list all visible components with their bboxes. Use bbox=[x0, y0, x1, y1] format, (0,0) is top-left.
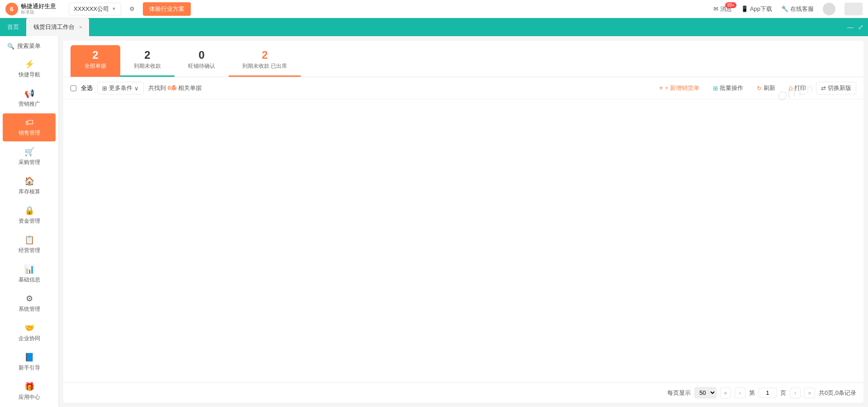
guide-icon: 📘 bbox=[24, 352, 34, 362]
sidebar-item-finance[interactable]: 🔒 资金管理 bbox=[3, 201, 56, 229]
purchase-icon: 🛒 bbox=[24, 147, 34, 157]
add-sale-btn[interactable]: + + 新增销货单 bbox=[655, 82, 703, 94]
finance-icon: 🔒 bbox=[24, 206, 34, 215]
found-text: 共找到 0条 相关单据 bbox=[148, 84, 202, 92]
quick-nav-icon: ⚡ bbox=[24, 59, 34, 69]
tab-workbench[interactable]: 钱货日清工作台 × bbox=[26, 18, 89, 36]
toolbar: 全选 ⊞ 更多条件 ∨ 共找到 0条 相关单据 + + 新增销货单 bbox=[63, 77, 863, 99]
avatar[interactable] bbox=[823, 3, 835, 15]
online-service-label: 在线客服 bbox=[790, 5, 814, 13]
company-name: XXXXXX公司 bbox=[74, 5, 109, 13]
stat-tab-all[interactable]: 2 全部单据 bbox=[71, 45, 120, 77]
sidebar-item-purchase[interactable]: 🛒 采购管理 bbox=[3, 142, 56, 171]
prev-page-btn[interactable]: ‹ bbox=[735, 388, 745, 398]
found-prefix: 共找到 bbox=[148, 84, 166, 91]
page-label: 第 bbox=[749, 389, 755, 397]
search-icon: 🔍 bbox=[7, 43, 14, 50]
select-all-label: 全选 bbox=[81, 84, 93, 92]
print-btn[interactable]: ⎙ 打印 bbox=[785, 82, 810, 94]
switch-icon: ⇄ bbox=[821, 85, 826, 92]
table-area bbox=[63, 99, 863, 383]
header-right: ✉ 消息 99+ 📱 App下载 🔧 在线客服 bbox=[713, 3, 863, 15]
refresh-btn[interactable]: ↻ 刷新 bbox=[753, 82, 779, 94]
stat-tab-overdue[interactable]: 2 到期未收款 bbox=[120, 45, 175, 77]
print-label: 打印 bbox=[794, 84, 806, 92]
main-layout: 🔍 搜索菜单 ⚡ 快捷导航 📢 营销推广 🏷 销售管理 🛒 采购管理 🏠 库存核… bbox=[0, 36, 868, 407]
operations-icon: 📋 bbox=[24, 235, 34, 245]
logo-icon: 6 bbox=[5, 3, 18, 15]
filter-button[interactable]: ⊞ 更多条件 ∨ bbox=[97, 82, 144, 94]
last-page-btn[interactable]: » bbox=[804, 388, 815, 398]
tab-home-label: 首页 bbox=[7, 23, 19, 31]
sidebar-item-label: 资金管理 bbox=[19, 217, 40, 225]
tab-home[interactable]: 首页 bbox=[0, 18, 26, 36]
sidebar-item-quick-nav[interactable]: ⚡ 快捷导航 bbox=[3, 55, 56, 83]
service-icon: 🔧 bbox=[781, 5, 788, 12]
tab-workbench-label: 钱货日清工作台 bbox=[33, 23, 75, 31]
tab-minimize-btn[interactable]: — bbox=[847, 23, 854, 31]
tab-bar: 首页 钱货日清工作台 × — ⤢ bbox=[0, 18, 868, 36]
toolbar-right: + + 新增销货单 ⊞ 批量操作 ↻ 刷新 ⎙ 打印 bbox=[655, 82, 856, 94]
cooperation-icon: 🤝 bbox=[24, 323, 34, 333]
add-label: + 新增销货单 bbox=[665, 84, 699, 92]
switch-new-btn[interactable]: ⇄ 切换新版 bbox=[816, 82, 856, 94]
sidebar-item-label: 基础信息 bbox=[19, 276, 40, 284]
select-all-checkbox[interactable] bbox=[71, 85, 76, 91]
sidebar-item-label: 销售管理 bbox=[19, 129, 40, 137]
online-service-item[interactable]: 🔧 在线客服 bbox=[781, 5, 814, 13]
sidebar-item-label: 快捷导航 bbox=[19, 71, 40, 79]
message-icon: ✉ bbox=[713, 5, 718, 12]
sidebar-item-operations[interactable]: 📋 经营管理 bbox=[3, 230, 56, 259]
sidebar-item-basic-info[interactable]: 📊 基础信息 bbox=[3, 260, 56, 288]
marketing-icon: 📢 bbox=[24, 89, 34, 98]
sidebar-item-cooperation[interactable]: 🤝 企业协同 bbox=[3, 318, 56, 347]
tab-close-icon[interactable]: × bbox=[79, 24, 82, 30]
sidebar-item-label: 经营管理 bbox=[19, 247, 40, 254]
basic-info-icon: 📊 bbox=[24, 264, 34, 274]
sidebar-item-sales[interactable]: 🏷 销售管理 bbox=[3, 113, 56, 141]
settings-icon[interactable]: ⚙ bbox=[126, 3, 138, 15]
sidebar-item-label: 库存核算 bbox=[19, 188, 40, 196]
sidebar-item-guide[interactable]: 📘 新手引导 bbox=[3, 348, 56, 376]
logo-title: 畅捷通好生意 bbox=[21, 3, 56, 10]
sidebar-item-system[interactable]: ⚙ 系统管理 bbox=[3, 289, 56, 318]
batch-icon: ⊞ bbox=[713, 85, 718, 92]
stat-number-overdue-shipped: 2 bbox=[262, 49, 268, 61]
message-badge: 99+ bbox=[725, 2, 736, 8]
next-page-btn[interactable]: › bbox=[790, 388, 801, 398]
stat-label-all: 全部单据 bbox=[85, 62, 106, 70]
refresh-label: 刷新 bbox=[764, 84, 775, 92]
per-page-label: 每页显示 bbox=[667, 389, 691, 397]
user-name-area bbox=[844, 3, 863, 15]
sidebar-item-label: 采购管理 bbox=[19, 159, 40, 166]
found-suffix: 相关单据 bbox=[178, 84, 202, 91]
trial-button[interactable]: 体验行业方案 bbox=[143, 2, 191, 16]
logo-sub: 标准版 bbox=[21, 9, 56, 15]
stat-label-overdue: 到期未收款 bbox=[134, 62, 161, 70]
page-suffix: 页 bbox=[780, 389, 786, 397]
inventory-icon: 🏠 bbox=[24, 176, 34, 186]
stat-tab-overdue-shipped[interactable]: 2 到期未收款 已出库 bbox=[229, 45, 301, 77]
first-page-btn[interactable]: « bbox=[720, 388, 731, 398]
filter-icon: ⊞ bbox=[102, 85, 107, 92]
download-icon: 📱 bbox=[741, 5, 748, 12]
refresh-icon: ↻ bbox=[757, 85, 762, 92]
stat-number-pending: 0 bbox=[198, 49, 204, 61]
filter-arrow-icon: ∨ bbox=[134, 85, 139, 92]
sidebar-item-search[interactable]: 🔍 搜索菜单 bbox=[3, 38, 56, 54]
sidebar-search-label: 搜索菜单 bbox=[17, 42, 41, 50]
sidebar-item-inventory[interactable]: 🏠 库存核算 bbox=[3, 172, 56, 200]
stat-tab-pending[interactable]: 0 旺铺待确认 bbox=[175, 45, 229, 77]
app-download-item[interactable]: 📱 App下载 bbox=[741, 5, 772, 13]
message-item[interactable]: ✉ 消息 99+ bbox=[713, 5, 732, 13]
content-inner: 2 全部单据 2 到期未收款 0 旺铺待确认 2 到期未收款 已出库 bbox=[63, 41, 863, 402]
per-page-select[interactable]: 50 bbox=[694, 387, 717, 398]
sidebar-item-marketing[interactable]: 📢 营销推广 bbox=[3, 84, 56, 112]
company-selector[interactable]: XXXXXX公司 ▼ bbox=[69, 3, 121, 15]
top-header: 6 畅捷通好生意 标准版 XXXXXX公司 ▼ ⚙ 体验行业方案 ✉ 消息 99… bbox=[0, 0, 868, 18]
page-input[interactable] bbox=[759, 388, 777, 398]
tab-bar-actions: — ⤢ bbox=[847, 23, 868, 31]
sidebar-item-app-center[interactable]: 🎁 应用中心 bbox=[3, 377, 56, 406]
batch-btn[interactable]: ⊞ 批量操作 bbox=[709, 82, 747, 94]
tab-maximize-btn[interactable]: ⤢ bbox=[858, 23, 863, 31]
